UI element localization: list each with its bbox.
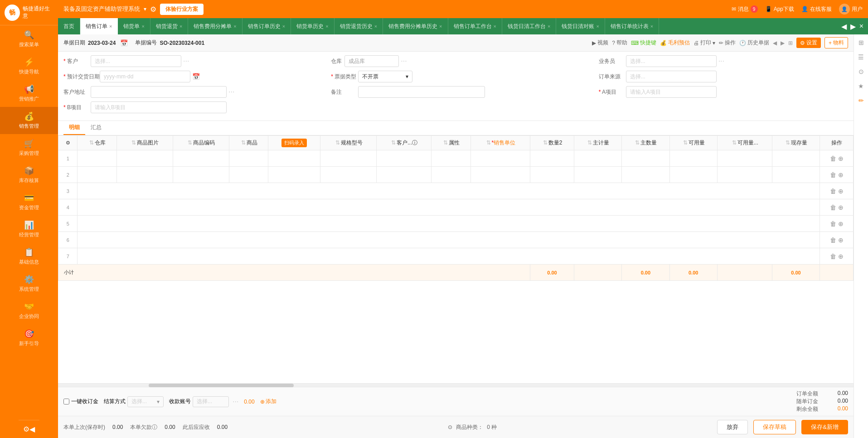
view-btn[interactable]: ▶ 视频: [592, 39, 608, 47]
col-main-qty[interactable]: ⇅主数量: [622, 136, 669, 150]
sidebar-item-search[interactable]: 🔍 搜索菜单: [0, 25, 58, 53]
invoice-select[interactable]: 不开票 ▾: [358, 71, 412, 82]
b-project-input[interactable]: 请输入B项目: [91, 101, 227, 113]
row-1-main-unit[interactable]: [574, 150, 622, 167]
col-attr[interactable]: ⇅属性: [432, 136, 470, 150]
save-new-button[interactable]: 保存&新增: [801, 420, 848, 434]
sidebar-item-sales[interactable]: 💰 销售管理: [0, 107, 58, 134]
sidebar-item-guide[interactable]: 🎯 新手引导: [0, 324, 58, 351]
tab-detail[interactable]: 明细: [63, 121, 85, 135]
profit-btn[interactable]: 💰 毛利预估: [660, 39, 690, 47]
discard-button[interactable]: 放弃: [717, 420, 748, 434]
scrollbar-thumb[interactable]: [149, 384, 294, 387]
tab-sales-invoice-history-close[interactable]: ×: [325, 24, 328, 29]
row-1-scan[interactable]: [268, 150, 320, 167]
warehouse-dots[interactable]: ···: [401, 57, 407, 65]
tab-sales-order-history-close[interactable]: ×: [282, 24, 285, 29]
messages-item[interactable]: ✉ 消息 9: [732, 5, 758, 13]
col-code[interactable]: ⇅商品编码: [173, 136, 229, 150]
sidebar-item-inventory[interactable]: 📦 库存核算: [0, 161, 58, 188]
print-btn[interactable]: 🖨 打印 ▾: [693, 39, 715, 47]
add-item-btn[interactable]: + 物料: [824, 37, 848, 48]
row-1-available2[interactable]: [717, 150, 772, 167]
row-5-delete-btn[interactable]: 🗑: [830, 220, 836, 227]
tab-sales-order-history[interactable]: 销售订单历史 ×: [242, 18, 291, 34]
grid-view-icon[interactable]: ⊞: [788, 40, 793, 46]
col-main-unit[interactable]: ⇅主计量: [574, 136, 622, 150]
warehouse-input[interactable]: 成品库: [344, 55, 399, 67]
tab-daily-account[interactable]: 钱货日清对账 ×: [556, 18, 605, 34]
tab-sales-order[interactable]: 销售订单 ×: [80, 18, 118, 34]
row-2-spec[interactable]: [320, 167, 377, 183]
row-7-delete-btn[interactable]: 🗑: [830, 253, 836, 260]
col-scan[interactable]: 扫码录入: [268, 136, 320, 150]
row-2-customer-code[interactable]: [377, 167, 432, 183]
row-1-main-qty[interactable]: [622, 150, 669, 167]
customer-dots[interactable]: ···: [183, 57, 189, 65]
shortcut-btn[interactable]: ⌨ 快捷键: [631, 39, 656, 47]
add-link[interactable]: ⊕ 添加: [260, 398, 276, 405]
row-1-available[interactable]: [669, 150, 717, 167]
tab-next-icon[interactable]: ▶: [849, 22, 858, 31]
row-5-copy-btn[interactable]: ⊕: [838, 220, 844, 227]
tab-sales-return-history[interactable]: 销货退货历史 ×: [335, 18, 383, 34]
sidebar-item-quicknav[interactable]: ⚡ 快捷导航: [0, 53, 58, 80]
row-2-product[interactable]: [229, 167, 268, 183]
row-1-image[interactable]: [116, 150, 173, 167]
row-2-available2[interactable]: [717, 167, 772, 183]
date-value[interactable]: 2023-03-24: [88, 40, 116, 46]
row-2-unit[interactable]: [470, 167, 530, 183]
delivery-calendar-icon[interactable]: 📅: [192, 73, 200, 80]
tab-daily-account-close[interactable]: ×: [596, 24, 599, 29]
tab-menu-icon[interactable]: ×: [858, 22, 865, 30]
sidebar-item-operations[interactable]: 📊 经营管理: [0, 216, 58, 243]
salesperson-dots[interactable]: ···: [718, 57, 724, 65]
online-service-item[interactable]: 👤 在线客服: [801, 5, 832, 13]
tab-prev-icon[interactable]: ◀: [839, 22, 849, 31]
col-unit[interactable]: ⇅*销售单位: [470, 136, 530, 150]
col-customer-code[interactable]: ⇅客户...ⓘ: [377, 136, 432, 150]
settings-bottom-icon[interactable]: ⚙: [23, 425, 29, 433]
row-1-current[interactable]: [772, 150, 820, 167]
col-available2[interactable]: ⇅可用量...: [717, 136, 772, 150]
rs-icon-3[interactable]: ⊙: [855, 65, 868, 78]
row-1-warehouse[interactable]: [78, 150, 116, 167]
sidebar-item-finance[interactable]: 💳 资金管理: [0, 188, 58, 216]
salesperson-input[interactable]: 选择...: [626, 55, 717, 67]
one-click-checkbox[interactable]: [63, 399, 69, 404]
rs-icon-2[interactable]: ☰: [855, 51, 868, 63]
topbar-settings-icon[interactable]: ⚙: [150, 5, 156, 14]
row-1-customer-code[interactable]: [377, 150, 432, 167]
nav-left-icon[interactable]: ◀: [773, 40, 777, 46]
tab-order-workbench[interactable]: 销售订单工作台 ×: [448, 18, 502, 34]
tab-sales-stats-close[interactable]: ×: [650, 24, 653, 29]
rs-icon-4[interactable]: ★: [855, 80, 868, 92]
col-image[interactable]: ⇅商品图片: [116, 136, 173, 150]
row-1-spec[interactable]: [320, 150, 377, 167]
remark-input[interactable]: [358, 86, 485, 98]
row-6-delete-btn[interactable]: 🗑: [830, 236, 836, 244]
row-1-unit[interactable]: [470, 150, 530, 167]
nav-right-icon[interactable]: ▶: [781, 40, 785, 46]
col-spec[interactable]: ⇅规格型号: [320, 136, 377, 150]
row-2-warehouse[interactable]: [78, 167, 116, 183]
row-7-copy-btn[interactable]: ⊕: [838, 253, 844, 260]
col-settings[interactable]: ⚙: [58, 136, 78, 150]
tab-summary[interactable]: 汇总: [85, 121, 107, 135]
tab-sales-expense[interactable]: 销售费用分摊单 ×: [188, 18, 242, 34]
row-3-delete-btn[interactable]: 🗑: [830, 188, 836, 195]
col-product[interactable]: ⇅商品: [229, 136, 268, 150]
tab-daily-workbench-close[interactable]: ×: [548, 24, 550, 29]
col-current[interactable]: ⇅现存量: [772, 136, 820, 150]
plan-button[interactable]: 体验行业方案: [160, 4, 204, 15]
row-2-image[interactable]: [116, 167, 173, 183]
payment-select[interactable]: 选择... ▾: [127, 396, 164, 407]
row-4-delete-btn[interactable]: 🗑: [830, 204, 836, 211]
delivery-input[interactable]: yyyy-mm-dd: [100, 71, 190, 82]
row-1-qty2[interactable]: [530, 150, 574, 167]
tab-sales-invoice[interactable]: 销货单 ×: [118, 18, 150, 34]
row-1-delete-btn[interactable]: 🗑: [830, 155, 836, 162]
row-2-scan[interactable]: [268, 167, 320, 183]
tab-daily-workbench[interactable]: 钱货日清工作台 ×: [502, 18, 556, 34]
sidebar-item-collab[interactable]: 🤝 企业协同: [0, 297, 58, 324]
